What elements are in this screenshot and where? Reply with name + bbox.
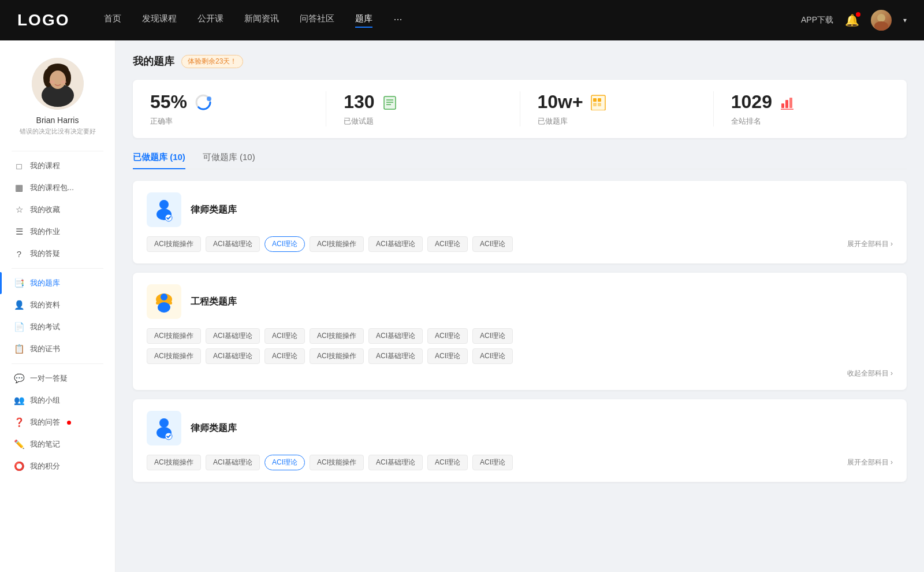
tag-eng-3[interactable]: ACI技能操作 [310,328,364,344]
sidebar-item-my-qa[interactable]: ? 我的答疑 [0,243,115,265]
tag-eng-r2-2[interactable]: ACI理论 [264,348,305,364]
tag-eng-r2-0[interactable]: ACI技能操作 [147,348,201,364]
stat-ranking: 1029 全站排名 [714,91,907,127]
stat-accuracy: 55% 正确率 [133,91,326,127]
tag-lawyer-2-0[interactable]: ACI技能操作 [147,455,201,470]
tag-lawyer-2-6[interactable]: ACI理论 [472,455,513,470]
tag-eng-2[interactable]: ACI理论 [264,328,305,344]
svg-point-13 [207,96,211,101]
sidebar-item-one-on-one[interactable]: 💬 一对一答疑 [0,367,115,389]
notification-bell[interactable]: 🔔 [845,13,859,27]
svg-point-1 [874,21,888,31]
tag-eng-r2-5[interactable]: ACI理论 [427,348,468,364]
app-download[interactable]: APP下载 [801,15,833,25]
tag-lawyer-2-5[interactable]: ACI理论 [427,455,468,470]
tag-lawyer-1-0[interactable]: ACI技能操作 [147,236,201,252]
sidebar-item-my-exam[interactable]: 📄 我的考试 [0,316,115,338]
tag-lawyer-1-6[interactable]: ACI理论 [472,236,513,252]
tag-lawyer-1-3[interactable]: ACI技能操作 [310,236,364,252]
content-area: 我的题库 体验剩余23天！ 55% 正确率 130 [116,40,924,572]
stat-accuracy-label: 正确率 [150,116,173,127]
sidebar-item-my-favorites[interactable]: ☆ 我的收藏 [0,199,115,221]
tab-done[interactable]: 已做题库 (10) [133,152,185,169]
logo: LOGO [17,11,69,29]
tag-eng-r2-1[interactable]: ACI基础理论 [206,348,260,364]
sidebar-item-my-profile[interactable]: 👤 我的资料 [0,294,115,316]
svg-rect-14 [384,96,396,109]
nav-home[interactable]: 首页 [104,13,121,28]
sidebar-item-my-cert[interactable]: 📋 我的证书 [0,338,115,360]
tag-eng-6[interactable]: ACI理论 [472,328,513,344]
bank-icon-engineer [147,284,181,319]
sidebar-item-my-notes[interactable]: ✏️ 我的笔记 [0,433,115,455]
bank-tags-lawyer-2: ACI技能操作 ACI基础理论 ACI理论 ACI技能操作 ACI基础理论 AC… [147,455,843,470]
stat-ranking-number: 1029 [731,91,772,113]
cert-icon: 📋 [14,344,24,354]
tabs-row: 已做题库 (10) 可做题库 (10) [133,152,907,169]
avatar-chevron-icon[interactable]: ▾ [903,16,907,24]
nav-more[interactable]: ··· [393,13,402,28]
tag-lawyer-1-1[interactable]: ACI基础理论 [206,236,260,252]
bank-icon: 📑 [14,278,24,288]
profile-icon: 👤 [14,300,24,310]
nav-qa[interactable]: 问答社区 [300,13,334,28]
tag-eng-1[interactable]: ACI基础理论 [206,328,260,344]
trial-badge: 体验剩余23天！ [181,55,243,68]
tag-eng-r2-3[interactable]: ACI技能操作 [310,348,364,364]
avatar[interactable] [871,10,892,31]
sidebar-item-my-bank[interactable]: 📑 我的题库 [0,272,115,294]
svg-point-9 [49,80,55,84]
bank-name-engineer: 工程类题库 [191,296,237,308]
question-dot-badge [67,421,71,425]
stat-accuracy-number: 55% [150,91,187,113]
tab-available[interactable]: 可做题库 (10) [203,152,255,169]
sidebar-item-my-homework[interactable]: ☰ 我的作业 [0,221,115,243]
expand-link-lawyer-2[interactable]: 展开全部科目 › [847,458,893,467]
svg-rect-24 [785,100,788,108]
tag-lawyer-2-3[interactable]: ACI技能操作 [310,455,364,470]
svg-point-33 [158,302,170,313]
svg-rect-23 [781,103,784,108]
collapse-link-engineer[interactable]: 收起全部科目 › [147,369,893,378]
sidebar-item-my-points[interactable]: ⭕ 我的积分 [0,455,115,477]
qa-icon: ? [14,249,24,259]
main-layout: Brian Harris 错误的决定比没有决定要好 □ 我的课程 ▦ 我的课程包… [0,40,924,572]
lawyer-icon-2 [151,415,177,441]
stat-questions-done-label: 已做试题 [344,116,374,127]
tag-lawyer-2-2[interactable]: ACI理论 [264,455,305,470]
svg-point-0 [877,14,885,22]
sidebar-item-my-questions[interactable]: ❓ 我的问答 [0,411,115,433]
sidebar-divider-3 [12,363,103,364]
nav-open-course[interactable]: 公开课 [198,13,223,28]
tag-lawyer-2-4[interactable]: ACI基础理论 [368,455,423,470]
svg-rect-20 [598,98,601,102]
tag-eng-r2-6[interactable]: ACI理论 [472,348,513,364]
sidebar-item-my-package[interactable]: ▦ 我的课程包... [0,177,115,199]
nav-bank[interactable]: 题库 [355,13,372,28]
navbar: LOGO 首页 发现课程 公开课 新闻资讯 问答社区 题库 ··· APP下载 … [0,0,924,40]
group-icon: 👥 [14,395,24,406]
tag-lawyer-1-2[interactable]: ACI理论 [264,236,305,252]
tag-lawyer-1-5[interactable]: ACI理论 [427,236,468,252]
stat-questions-done-number: 130 [344,91,374,113]
svg-point-34 [159,418,169,428]
tag-lawyer-1-4[interactable]: ACI基础理论 [368,236,423,252]
nav-news[interactable]: 新闻资讯 [244,13,279,28]
bank-icon-lawyer-1 [147,192,181,227]
nav-links: 首页 发现课程 公开课 新闻资讯 问答社区 题库 ··· [104,13,801,28]
question-icon: ❓ [14,417,24,428]
tag-lawyer-2-1[interactable]: ACI基础理论 [206,455,260,470]
sidebar-item-my-group[interactable]: 👥 我的小组 [0,389,115,411]
tag-eng-r2-4[interactable]: ACI基础理论 [368,348,423,364]
sidebar-item-my-course[interactable]: □ 我的课程 [0,155,115,177]
tag-eng-5[interactable]: ACI理论 [427,328,468,344]
expand-link-lawyer-1[interactable]: 展开全部科目 › [847,239,893,249]
list-icon [382,94,398,110]
progress-circle-icon [194,93,213,112]
nav-discover[interactable]: 发现课程 [142,13,177,28]
bank-name-lawyer-2: 律师类题库 [191,422,237,434]
tag-eng-0[interactable]: ACI技能操作 [147,328,201,344]
tag-eng-4[interactable]: ACI基础理论 [368,328,423,344]
grid-icon [590,94,606,110]
sidebar-avatar-image [32,58,84,110]
